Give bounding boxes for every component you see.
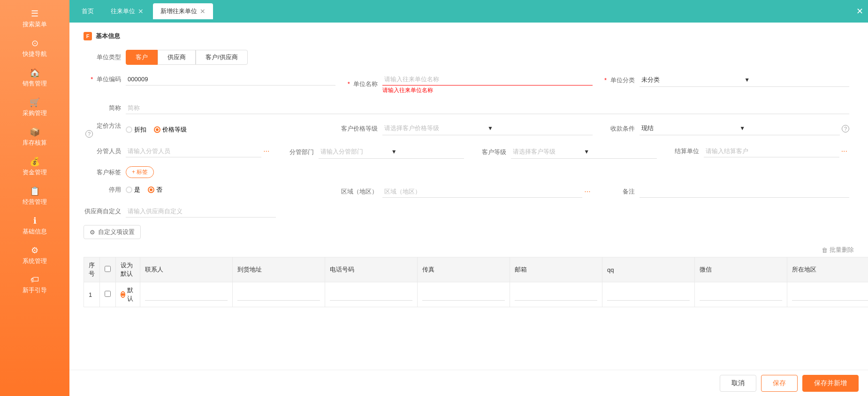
region-field: 区域（地区） ···	[340, 186, 592, 198]
customer-price-level-select[interactable]: 请选择客户价格等级 ▼	[382, 122, 592, 135]
settlement-unit-label: 结算单位	[662, 147, 704, 155]
short-name-input[interactable]	[126, 102, 849, 114]
manager-ellipsis[interactable]: ···	[261, 147, 271, 155]
finance-icon: 💰	[30, 156, 40, 167]
customer-level-select[interactable]: 请选择客户等级 ▼	[511, 145, 657, 159]
payment-terms-value: 现结	[641, 124, 740, 132]
cancel-button[interactable]: 取消	[720, 375, 756, 392]
customer-level-label: 客户等级	[469, 148, 511, 156]
cell-fax[interactable]	[418, 282, 510, 307]
payment-terms-select[interactable]: 现结 ▼	[640, 122, 840, 135]
sidebar-item-operations[interactable]: 📋 经营管理	[0, 181, 69, 211]
department-select[interactable]: 请输入分管部门 ▼	[319, 145, 464, 159]
customer-price-level-arrow: ▼	[487, 125, 591, 132]
settlement-unit-ellipsis[interactable]: ···	[839, 147, 849, 155]
header-checkbox[interactable]	[105, 266, 111, 272]
address-input[interactable]	[237, 288, 320, 301]
remark-label: 备注	[597, 187, 640, 196]
unit-name-error: 请输入往来单位名称	[382, 86, 592, 94]
tab-home[interactable]: 首页	[74, 3, 101, 19]
disabled-radio-group: 是 否	[126, 186, 162, 194]
save-button[interactable]: 保存	[761, 375, 798, 392]
sidebar-item-finance[interactable]: 💰 资金管理	[0, 152, 69, 181]
sidebar-label-quicknav: 快捷导航	[23, 50, 47, 58]
bottom-bar: 取消 保存 保存并新增	[69, 370, 868, 396]
col-address: 到货地址	[233, 257, 325, 282]
tab-new-contact-close[interactable]: ✕	[200, 8, 206, 15]
email-input[interactable]	[515, 288, 597, 301]
contact-input[interactable]	[145, 288, 228, 301]
add-tag-button[interactable]: + 标签	[126, 166, 154, 178]
radio-yes[interactable]: 是	[126, 186, 140, 194]
pricing-help-icon[interactable]: ?	[85, 130, 93, 138]
unit-category-select[interactable]: 未分类 ▼	[640, 73, 849, 87]
fax-input[interactable]	[422, 288, 505, 301]
qq-input[interactable]	[607, 288, 690, 301]
contact-table: 序号 设为默认 联系人 到货地址 电话号码 传真 邮箱 qq 微信 所在地区 操…	[84, 257, 868, 307]
batch-delete-btn[interactable]: 🗑 批量删除	[84, 246, 854, 254]
table-row: 1 默认	[84, 282, 868, 307]
cell-default[interactable]: 默认	[116, 282, 140, 307]
cell-qq[interactable]	[602, 282, 695, 307]
cell-wechat[interactable]	[695, 282, 787, 307]
sidebar-item-quicknav[interactable]: ⊙ 快捷导航	[0, 33, 69, 63]
cell-address[interactable]	[233, 282, 325, 307]
tab-new-contact[interactable]: 新增往来单位 ✕	[153, 3, 213, 19]
radio-price-level[interactable]: 价格等级	[154, 125, 187, 134]
sidebar-item-basic-info[interactable]: ℹ 基础信息	[0, 211, 69, 241]
sidebar-label-finance: 资金管理	[23, 168, 47, 177]
region-input[interactable]	[382, 186, 582, 198]
radio-price-level-circle	[154, 126, 160, 133]
radio-yes-label: 是	[134, 186, 140, 194]
disabled-field: 停用 是 否	[84, 186, 335, 194]
remark-input[interactable]	[640, 186, 849, 198]
sidebar-item-system[interactable]: ⚙ 系统管理	[0, 241, 69, 270]
sidebar-item-beginner[interactable]: 🏷 新手引导	[0, 270, 69, 299]
search-icon: ☰	[31, 8, 38, 19]
row-checkbox[interactable]	[105, 291, 111, 297]
cell-email[interactable]	[510, 282, 602, 307]
region-label: 区域（地区）	[340, 187, 382, 196]
col-region: 所在地区	[787, 257, 868, 282]
cell-checkbox[interactable]	[100, 282, 116, 307]
settlement-unit-input[interactable]	[704, 145, 839, 157]
radio-discount-label: 折扣	[134, 125, 146, 134]
sidebar-label-beginner: 新手引导	[23, 286, 47, 295]
col-checkbox[interactable]	[100, 257, 116, 282]
sidebar-item-purchase[interactable]: 🛒 采购管理	[0, 93, 69, 122]
sidebar-label-purchase: 采购管理	[23, 109, 47, 117]
default-radio[interactable]: 默认	[121, 286, 135, 303]
tab-contacts-close[interactable]: ✕	[138, 8, 144, 15]
sidebar-item-inventory[interactable]: 📦 库存核算	[0, 122, 69, 152]
sidebar-item-search[interactable]: ☰ 搜索菜单	[0, 4, 69, 33]
manager-input[interactable]	[126, 145, 261, 157]
radio-no[interactable]: 否	[148, 186, 162, 194]
sidebar-label-operations: 经营管理	[23, 198, 47, 206]
region-table-input[interactable]	[792, 288, 868, 301]
form-row-tag: 客户标签 + 标签	[84, 166, 854, 178]
payment-terms-help[interactable]: ?	[842, 125, 849, 132]
cell-contact[interactable]	[140, 282, 233, 307]
unit-name-input[interactable]	[382, 73, 592, 85]
unit-type-both[interactable]: 客户/供应商	[196, 50, 248, 65]
sidebar-label-system: 系统管理	[23, 257, 47, 265]
unit-code-input[interactable]	[126, 73, 335, 85]
batch-delete-icon: 🗑	[822, 247, 828, 254]
unit-type-supplier[interactable]: 供应商	[158, 50, 196, 65]
tab-contacts[interactable]: 往来单位 ✕	[103, 3, 151, 19]
sidebar: ☰ 搜索菜单 ⊙ 快捷导航 🏠 销售管理 🛒 采购管理 📦 库存核算 💰 资金管…	[0, 0, 69, 396]
tab-bar-close[interactable]: ✕	[856, 6, 863, 16]
save-new-button[interactable]: 保存并新增	[802, 375, 859, 392]
custom-settings-button[interactable]: ⚙ 自定义项设置	[84, 225, 141, 239]
supplier-custom-input[interactable]	[126, 205, 276, 217]
cell-region[interactable]	[787, 282, 868, 307]
wechat-input[interactable]	[700, 288, 782, 301]
region-ellipsis[interactable]: ···	[582, 187, 592, 196]
radio-discount[interactable]: 折扣	[126, 125, 146, 134]
sidebar-item-sales[interactable]: 🏠 销售管理	[0, 63, 69, 93]
phone-input[interactable]	[330, 288, 412, 301]
radio-no-label: 否	[156, 186, 162, 194]
cell-phone[interactable]	[325, 282, 418, 307]
unit-type-customer[interactable]: 客户	[126, 50, 158, 65]
col-default: 设为默认	[116, 257, 140, 282]
